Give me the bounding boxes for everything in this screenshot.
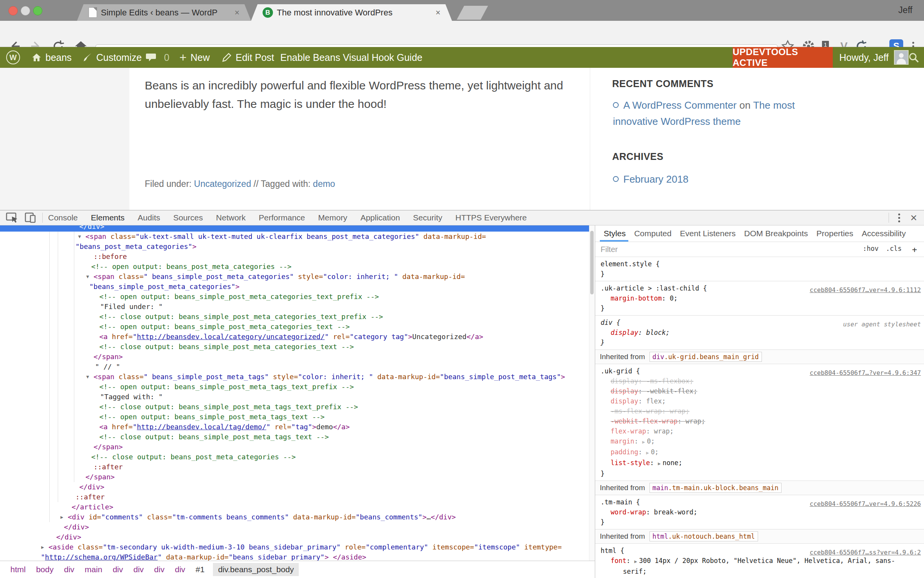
dom-node-line[interactable]: </article>	[0, 502, 584, 512]
dom-node-line[interactable]: <!-- open output: beans_post_meta_catego…	[0, 262, 584, 272]
dom-node-line[interactable]: </div>	[0, 532, 584, 542]
dom-node-line[interactable]: <!-- close output: beans_simple_post_met…	[0, 432, 584, 442]
devtools-tab-elements[interactable]: Elements	[91, 213, 125, 222]
dom-node-line[interactable]: <!-- open output: beans_simple_post_meta…	[0, 412, 584, 422]
tab-close-icon[interactable]: ×	[234, 8, 239, 18]
account-menu[interactable]: Howdy, Jeff	[839, 47, 909, 68]
page-link[interactable]: Uncategorized	[194, 179, 251, 189]
page-link[interactable]: demo	[313, 179, 335, 189]
css-property[interactable]: display: -webkit-flex;	[595, 386, 924, 396]
devtools-tab-console[interactable]: Console	[48, 213, 78, 222]
styles-tab-properties[interactable]: Properties	[817, 229, 854, 238]
dom-node-line[interactable]: ::after	[0, 462, 584, 472]
css-property[interactable]: padding: ▶0;	[595, 447, 924, 458]
dom-node-line[interactable]: ▼<span class=" beans_simple_post_meta_ta…	[0, 372, 584, 382]
tab-wordpress-admin[interactable]: Simple Edits ‹ beans — WordP ×	[77, 4, 251, 21]
css-property[interactable]: list-style: ▶none;	[595, 458, 924, 469]
dom-node-line[interactable]: "beans_simple_post_meta_categories">	[0, 282, 584, 292]
new-tab-button[interactable]	[457, 6, 488, 20]
breadcrumb-item[interactable]: div	[113, 565, 123, 574]
breadcrumb-item[interactable]: main	[85, 565, 102, 574]
css-property[interactable]: display: block;	[595, 328, 924, 338]
inherited-node-link[interactable]: html.uk-notouch.beans_html	[649, 531, 758, 541]
selected-dom-node[interactable]: </div>	[0, 225, 589, 232]
dom-node-line[interactable]: </span>	[0, 472, 584, 482]
zoom-window-button[interactable]	[33, 6, 42, 15]
disclosure-arrow-icon[interactable]: ▼	[86, 272, 89, 282]
dom-node-line[interactable]: "beans_post_meta_categories">	[0, 242, 584, 252]
cls-toggle[interactable]: .cls	[886, 245, 902, 252]
devtools-tab-application[interactable]: Application	[360, 213, 400, 222]
inspect-element-icon[interactable]	[5, 212, 18, 224]
hov-toggle[interactable]: :hov	[863, 245, 879, 252]
close-window-button[interactable]	[8, 6, 18, 15]
css-property[interactable]: word-wrap: break-word;	[595, 507, 924, 517]
dom-node-line[interactable]: "http://schema.org/WPSideBar" data-marku…	[0, 552, 584, 561]
styles-tab-styles[interactable]: Styles	[604, 229, 626, 238]
wp-logo-menu[interactable]: W	[6, 47, 20, 68]
comments-menu[interactable]: 0	[146, 47, 169, 68]
new-style-rule-button[interactable]: +	[912, 245, 917, 254]
search-toggle[interactable]	[908, 47, 919, 68]
dom-node-line[interactable]: <a href="http://beansdev.local/tag/demo/…	[0, 422, 584, 432]
profile-name[interactable]: Jeff	[898, 5, 912, 15]
css-property[interactable]: margin: ▶0;	[595, 436, 924, 447]
dom-node-line[interactable]: <!-- close output: beans_simple_post_met…	[0, 402, 584, 412]
device-toolbar-icon[interactable]	[24, 212, 37, 224]
beans-hook-guide-menu[interactable]: Enable Beans Visual Hook Guide	[280, 47, 422, 68]
breadcrumb-item[interactable]: body	[36, 565, 54, 574]
css-property[interactable]: font: ▶300 14px / 20px Roboto, "Helvetic…	[595, 556, 924, 566]
dom-node-line[interactable]: "Tagged with: "	[0, 392, 584, 402]
dom-node-line[interactable]: <a href="http://beansdev.local/category/…	[0, 332, 584, 342]
disclosure-arrow-icon[interactable]: ▶	[41, 542, 44, 552]
breadcrumb-item[interactable]: #1	[196, 565, 204, 574]
dom-node-line[interactable]: ::before	[0, 252, 584, 262]
disclosure-arrow-icon[interactable]: ▼	[78, 232, 81, 242]
breadcrumb-item[interactable]: div.beans_post_body	[213, 563, 299, 576]
page-link[interactable]: innovative WordPress theme	[613, 116, 741, 127]
new-content-menu[interactable]: + New	[179, 47, 210, 68]
css-property[interactable]: -ms-flex-wrap: wrap;	[595, 406, 924, 416]
devtools-tab-network[interactable]: Network	[216, 213, 246, 222]
css-property[interactable]: display: -ms-flexbox;	[595, 376, 924, 386]
dom-node-line[interactable]: </span>	[0, 352, 584, 362]
devtools-tab-https-everywhere[interactable]: HTTPS Everywhere	[455, 213, 527, 222]
css-property[interactable]: -webkit-flex-wrap: wrap;	[595, 416, 924, 426]
dom-node-line[interactable]: ▼<span class="uk-text-small uk-text-mute…	[0, 232, 584, 242]
dom-node-line[interactable]: " // "	[0, 362, 584, 372]
dom-node-line[interactable]: ▶<div id="comments" class="tm-comments b…	[0, 512, 584, 522]
dom-node-line[interactable]: ::after	[0, 492, 584, 502]
disclosure-arrow-icon[interactable]: ▼	[86, 372, 89, 382]
breadcrumb-item[interactable]: div	[133, 565, 144, 574]
dom-node-line[interactable]: </div>	[0, 522, 584, 532]
styles-filter-input[interactable]	[595, 242, 866, 257]
disclosure-arrow-icon[interactable]: ▶	[60, 512, 63, 522]
dom-node-line[interactable]: ▼<span class=" beans_simple_post_meta_ca…	[0, 272, 584, 282]
elements-scrollbar[interactable]	[589, 225, 595, 561]
dom-node-line[interactable]: </div>	[0, 482, 584, 492]
devtools-tab-performance[interactable]: Performance	[259, 213, 305, 222]
devtools-tab-security[interactable]: Security	[413, 213, 442, 222]
css-property[interactable]: flex-wrap: wrap;	[595, 426, 924, 436]
breadcrumb-item[interactable]: div	[175, 565, 185, 574]
dom-node-line[interactable]: </span>	[0, 442, 584, 452]
edit-post-menu[interactable]: Edit Post	[222, 47, 274, 68]
page-link[interactable]: The most	[753, 99, 795, 111]
breadcrumb-item[interactable]: div	[64, 565, 74, 574]
dom-node-line[interactable]: "Filed under: "	[0, 302, 584, 312]
dom-node-line[interactable]: <!-- close output: beans_simple_post_met…	[0, 312, 584, 322]
site-menu[interactable]: beans	[32, 47, 72, 68]
devtools-tab-audits[interactable]: Audits	[138, 213, 160, 222]
updevtools-active-badge[interactable]: UPDEVTOOLS ACTIVE	[733, 47, 833, 68]
page-link[interactable]: A WordPress Commenter	[623, 99, 737, 111]
css-property[interactable]: margin-bottom: 0;	[595, 293, 924, 303]
dom-node-line[interactable]: <!-- close output: beans_simple_post_met…	[0, 342, 584, 352]
devtools-menu-icon[interactable]	[898, 212, 900, 224]
dom-node-line[interactable]: <!-- close output: beans_post_meta_categ…	[0, 452, 584, 462]
styles-tab-accessibility[interactable]: Accessibility	[862, 229, 906, 238]
tab-close-icon[interactable]: ×	[435, 8, 440, 18]
dom-node-line[interactable]: <!-- open output: beans_simple_post_meta…	[0, 292, 584, 302]
devtools-tab-sources[interactable]: Sources	[173, 213, 203, 222]
minimize-window-button[interactable]	[21, 6, 30, 15]
devtools-close-icon[interactable]: ×	[910, 211, 917, 224]
